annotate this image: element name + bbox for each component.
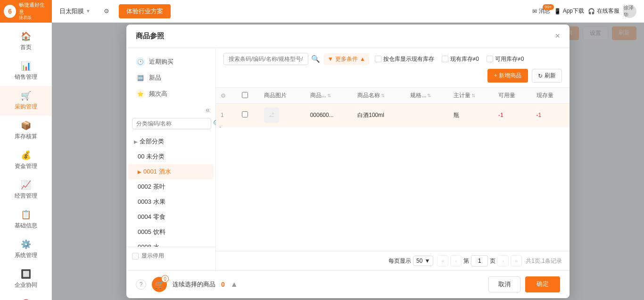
dialog-bottom: ? 🛒 0 连续选择的商品 0 ▲ 取消 确定 — [126, 270, 570, 298]
sidebar-item-basic-info[interactable]: 📋 基础信息 — [0, 205, 51, 234]
cell-stock: -1 — [532, 104, 570, 127]
checkbox-available-stock[interactable]: 可用库存≠0 — [487, 55, 524, 63]
dialog-title: 商品参照 — [136, 32, 164, 41]
sidebar-item-finance[interactable]: 💰 资金管理 — [0, 145, 51, 175]
cart-count: 0 — [161, 275, 169, 283]
filter-checkboxes: 按仓库显示现有库存 现有库存≠0 可用库存≠0 — [375, 55, 524, 63]
quick-recent[interactable]: 🕐 近期购买 — [132, 54, 210, 70]
help-icon[interactable]: ? — [136, 279, 146, 290]
logo-text: 畅捷通好生意 捷易版 — [19, 1, 48, 20]
category-search-input[interactable] — [132, 118, 211, 129]
page-unit: 页 — [490, 257, 495, 265]
filter-bar: 🔍 ▼ 更多条件 ▲ 按仓库显示现有库存 — [216, 48, 570, 88]
next-page-btn[interactable]: › — [497, 255, 509, 267]
first-page-btn[interactable]: « — [437, 255, 448, 267]
refresh-button[interactable]: ↻ 刷新 — [532, 69, 562, 83]
cell-name: 白酒100ml — [353, 104, 405, 127]
cat-item-snack[interactable]: 0004 零食 — [128, 209, 214, 225]
cell-available: -1 — [494, 104, 531, 127]
sidebar-bottom: 🎯 新手引导 📺 应用中心 V 畅会员 — [0, 294, 51, 300]
select-all-checkbox[interactable] — [242, 92, 248, 98]
cat-item-unclassified[interactable]: 00 未分类 — [128, 149, 214, 164]
th-unit[interactable]: 主计量⇅ — [449, 88, 494, 104]
layout: 🏠 首页 📊 销售管理 🛒 采购管理 📦 库存核算 💰 资金管理 📈 经营管理 … — [0, 23, 644, 300]
th-img: 商品图片 — [259, 88, 305, 104]
cell-num: 1 — [216, 104, 237, 127]
prev-page-btn[interactable]: ‹ — [450, 255, 462, 267]
operations-icon: 📈 — [21, 180, 31, 190]
more-conditions-btn[interactable]: ▼ 更多条件 ▲ — [324, 53, 369, 65]
dialog-body: 🕐 近期购买 🆕 新品 ⭐ 频次高 — [126, 48, 570, 270]
avatar[interactable]: 徐泽华 — [623, 5, 636, 18]
confirm-button[interactable]: 确定 — [525, 276, 560, 292]
modal-overlay: 商品参照 × 🕐 近期购买 🆕 新品 — [52, 23, 644, 300]
close-icon[interactable]: × — [555, 31, 560, 41]
app-download-btn[interactable]: 📱 App下载 — [554, 7, 584, 15]
sidebar-item-operations[interactable]: 📈 经营管理 — [0, 175, 51, 205]
message-btn[interactable]: ✉ 消息 99+ — [532, 7, 550, 15]
cat-item-liquor[interactable]: ▶ 0001 酒水 — [128, 164, 214, 179]
checkbox-warehouse[interactable]: 按仓库显示现有库存 — [375, 55, 434, 63]
th-stock[interactable]: 现存量 — [532, 88, 570, 104]
th-code[interactable]: 商品...⇅ — [305, 88, 353, 104]
show-disabled-label[interactable]: 显示停用 — [132, 252, 210, 260]
product-search-input[interactable] — [223, 53, 308, 65]
table-row[interactable]: 1 — [216, 104, 570, 127]
checkbox-existing-box[interactable] — [442, 56, 448, 62]
sidebar-item-system[interactable]: ⚙️ 系统管理 — [0, 234, 51, 264]
collab-icon: 🔲 — [21, 269, 31, 279]
store-selector[interactable]: 日太阳膜 ▼ — [52, 7, 98, 16]
cat-item-tea[interactable]: 0002 茶叶 — [128, 179, 214, 194]
chevron-down-icon: ▼ — [86, 8, 91, 14]
checkbox-warehouse-box[interactable] — [375, 56, 381, 62]
sidebar-item-collab[interactable]: 🔲 企业协同 — [0, 264, 51, 294]
checkbox-available-box[interactable] — [487, 56, 493, 62]
info-icon: 📋 — [21, 209, 31, 220]
sort-name-icon: ⇅ — [381, 93, 385, 98]
sidebar-item-sales[interactable]: 📊 销售管理 — [0, 56, 51, 86]
cart-button[interactable]: 🛒 0 — [152, 277, 167, 292]
cat-item-fruit[interactable]: 0003 水果 — [128, 194, 214, 209]
sort-code-icon: ⇅ — [327, 93, 331, 98]
th-spec[interactable]: 规格...⇅ — [405, 88, 449, 104]
th-checkbox[interactable] — [237, 88, 259, 104]
sidebar-item-guide[interactable]: 🎯 新手引导 — [0, 294, 51, 300]
collapse-left-icon[interactable]: « — [206, 106, 210, 114]
th-gear[interactable]: ⚙ — [216, 88, 237, 104]
last-page-btn[interactable]: » — [511, 255, 522, 267]
row-checkbox[interactable] — [242, 111, 248, 117]
page-size-selector: 每页显示 50 ▼ — [388, 256, 433, 266]
page-number-input[interactable] — [471, 255, 488, 267]
cat-item-drink[interactable]: 0005 饮料 — [128, 225, 214, 240]
gear-icon: ⚙ — [221, 92, 226, 99]
purchase-icon: 🛒 — [21, 91, 31, 101]
cat-item-all[interactable]: ▶ 全部分类 — [128, 134, 214, 149]
settings-icon[interactable]: ⚙ — [98, 3, 115, 20]
page-navigation: « ‹ 第 页 › » — [437, 255, 522, 267]
collapse-btn: « — [126, 106, 215, 114]
sidebar-item-inventory[interactable]: 📦 库存核算 — [0, 116, 51, 145]
trial-button[interactable]: 体验行业方案 — [119, 4, 171, 18]
cat-item-water[interactable]: 0008 水 — [128, 240, 214, 247]
cancel-button[interactable]: 取消 — [488, 276, 520, 292]
collapse-up-icon[interactable]: ▲ — [231, 280, 238, 289]
add-product-button[interactable]: + 新增商品 — [487, 69, 528, 83]
cell-code: 000600... — [305, 104, 353, 127]
category-tree: ▶ 全部分类 00 未分类 ▶ 0001 酒水 0002 茶 — [126, 134, 215, 247]
cell-checkbox[interactable] — [237, 104, 259, 127]
page-label: 第 — [463, 257, 469, 265]
cat-arrow-all: ▶ — [134, 139, 138, 144]
page-size-dropdown[interactable]: 50 ▼ — [413, 256, 433, 266]
product-search-icon[interactable]: 🔍 — [311, 55, 320, 63]
quick-freq[interactable]: ⭐ 频次高 — [132, 86, 210, 102]
service-btn[interactable]: 🎧 在线客服 — [588, 7, 619, 15]
sidebar-item-purchase[interactable]: 🛒 采购管理 — [0, 86, 51, 116]
checkbox-existing-stock[interactable]: 现有库存≠0 — [442, 55, 479, 63]
th-available[interactable]: 可用量 — [494, 88, 531, 104]
show-disabled-checkbox[interactable] — [132, 253, 139, 259]
filter-icon: ▼ — [328, 56, 333, 62]
logo-icon: 6 — [4, 5, 16, 18]
th-name[interactable]: 商品名称⇅ — [353, 88, 405, 104]
sidebar-item-home[interactable]: 🏠 首页 — [0, 26, 51, 56]
quick-new[interactable]: 🆕 新品 — [132, 70, 210, 86]
